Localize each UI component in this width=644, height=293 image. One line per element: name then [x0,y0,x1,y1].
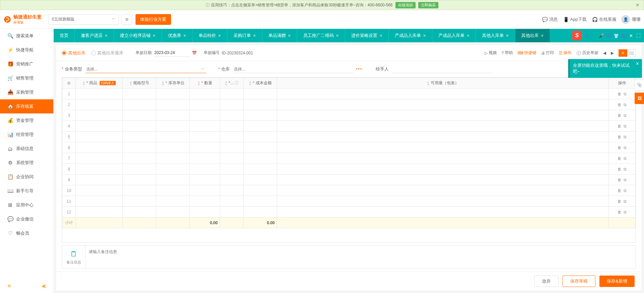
close-icon[interactable]: ✕ [379,34,382,38]
table-row[interactable]: 10🗑⧉ [62,185,636,196]
table-row[interactable]: 7🗑⧉ [62,153,636,164]
hotkey-link[interactable]: ⌨快捷键 [518,50,536,56]
delete-row-icon[interactable]: 🗑 [618,199,622,204]
app-download-link[interactable]: 📱App下载 [563,16,587,22]
tab-7[interactable]: 员工推广二维码✕ [297,29,345,42]
view-list-button[interactable]: ≡ [619,49,627,57]
ime-logo-icon[interactable]: S [572,31,582,40]
warehouse-browse-icon[interactable]: ••• [356,67,362,71]
close-icon[interactable]: ✕ [105,34,108,38]
table-row[interactable]: 6🗑⧉ [62,142,636,153]
sidebar-item-7[interactable]: 📊经营管理 [0,128,53,142]
date-input[interactable] [154,49,191,57]
sidebar-item-1[interactable]: ⚡快捷导航 [0,43,53,57]
close-icon[interactable]: ✕ [288,34,291,38]
sidebar-item-5[interactable]: 🏠库存核算 [0,99,53,113]
close-icon[interactable]: ✕ [336,34,339,38]
sidebar-item-2[interactable]: 🎁营销推广 [0,57,53,71]
sidebar-item-4[interactable]: 📥采购管理 [0,85,53,99]
org-settings-button[interactable]: ⚙ [121,14,132,25]
col-spec[interactable]: ▲▼规格型号 [123,78,156,89]
avatar[interactable]: 👤 [621,15,630,24]
ime-skin-icon[interactable]: 👕 [612,32,620,39]
table-row[interactable]: 11🗑⧉ [62,196,636,207]
biztype-select[interactable] [86,65,206,73]
tab-1[interactable]: 邀客户进店✕ [75,29,114,42]
operate-link[interactable]: ☰操作 [559,50,572,56]
sidebar-item-14[interactable]: ♡畅会员 [0,226,53,240]
sidebar-item-9[interactable]: ⚙系统管理 [0,156,53,170]
tooltip-close-icon[interactable]: ✕ [636,61,639,66]
save-new-button[interactable]: 保存&新增 [599,276,635,287]
messages-link[interactable]: 💬消息 [542,16,558,22]
close-icon[interactable]: ✕ [506,34,509,38]
org-selector[interactable]: 0五组旗舰版 ﹀ [48,14,119,25]
delete-row-icon[interactable]: 🗑 [618,113,622,118]
sidebar-item-11[interactable]: 📖新手引导 [0,184,53,198]
tab-9[interactable]: 产成品入库单✕ [389,29,432,42]
copy-row-icon[interactable]: ⧉ [624,178,627,182]
tab-6[interactable]: 单品满赠✕ [262,29,297,42]
scan-tag[interactable]: 扫码录入 [100,81,116,85]
view-card-button[interactable]: ▯▯ [627,49,636,57]
radio-other-out-return[interactable]: 其他出库退库 [91,50,123,56]
copy-row-icon[interactable]: ⧉ [624,92,627,96]
col-qty[interactable]: ▲▼*数量 [190,78,220,89]
prev-doc-button[interactable]: ◀ [603,51,606,55]
support-link[interactable]: 🎧在线客服 [592,16,616,22]
tab-4[interactable]: 单品特价✕ [193,29,227,42]
col-settings[interactable]: ⚙ [62,78,76,89]
discard-button[interactable]: 放弃 [534,276,558,287]
close-icon[interactable]: ✕ [153,34,156,38]
sidebar-item-10[interactable]: 📋企业协同 [0,170,53,184]
ime-keyboard-icon[interactable]: ⌨ [605,32,612,39]
delete-row-icon[interactable]: 🗑 [618,135,622,139]
table-row[interactable]: 4🗑⧉ [62,121,636,132]
try-industry-button[interactable]: 体验行业方案 [136,14,171,25]
handler-input[interactable] [392,65,493,73]
ime-mic-icon[interactable]: 🎤 [598,32,605,39]
sidebar-item-12[interactable]: ⊞应用中心 [0,198,53,212]
tab-0[interactable]: 首页 [54,29,75,42]
buy-now-button[interactable]: 立即购买 [418,2,438,8]
warehouse-select[interactable] [233,65,354,73]
info-icon[interactable]: ⓘ [234,81,238,85]
delete-row-icon[interactable]: 🗑 [618,92,622,96]
calendar-icon[interactable]: 📅 [192,51,197,55]
tab-close-all-icon[interactable]: ✕ [627,32,635,39]
copy-row-icon[interactable]: ⧉ [624,124,627,129]
save-draft-button[interactable]: 保存草稿 [562,276,595,287]
col-cost[interactable]: ▲▼*... ⓘ [220,78,244,89]
copy-row-icon[interactable]: ⧉ [624,113,627,118]
ime-punct-icon[interactable]: '· [590,32,598,39]
copy-row-icon[interactable]: ⧉ [624,188,627,193]
fullscreen-icon[interactable]: ⛶ [635,32,642,39]
table-row[interactable]: 12🗑⧉ [62,207,636,217]
delete-row-icon[interactable]: 🗑 [618,156,622,161]
table-row[interactable]: 3🗑⧉ [62,110,636,121]
col-available[interactable]: ▲▼可用量（包装） [277,78,609,89]
table-row[interactable]: 2🗑⧉ [62,99,636,110]
sidebar-item-0[interactable]: 🔍搜索菜单 [0,29,53,43]
online-training-button[interactable]: 在线培训 [395,2,416,8]
close-icon[interactable]: ✕ [253,34,256,38]
delete-row-icon[interactable]: 🗑 [618,102,622,107]
history-link[interactable]: 🕘历史单据 [576,50,598,56]
close-icon[interactable]: ✕ [423,34,426,38]
tab-5[interactable]: 采购订单✕ [227,29,262,42]
col-goods[interactable]: ▲▼*商品 扫码录入 [76,78,123,89]
copy-row-icon[interactable]: ⧉ [624,210,627,214]
tab-8[interactable]: 进价策略设置✕ [345,29,389,42]
tab-11[interactable]: 其他入库单✕ [476,29,515,42]
copy-row-icon[interactable]: ⧉ [624,156,627,161]
remark-input[interactable] [86,246,636,268]
ime-lang-button[interactable]: 英 [583,32,590,39]
table-row[interactable]: 5🗑⧉ [62,132,636,142]
sidebar-item-8[interactable]: 🗂基础信息 [0,142,53,156]
video-link[interactable]: ▷视频 [485,50,497,56]
delete-row-icon[interactable]: 🗑 [618,210,622,214]
print-link[interactable]: 🖨打印 [541,50,554,56]
delete-row-icon[interactable]: 🗑 [618,178,622,182]
tab-10[interactable]: 产成品入库单✕ [432,29,476,42]
tab-2[interactable]: 建立小程序店铺✕ [114,29,162,42]
